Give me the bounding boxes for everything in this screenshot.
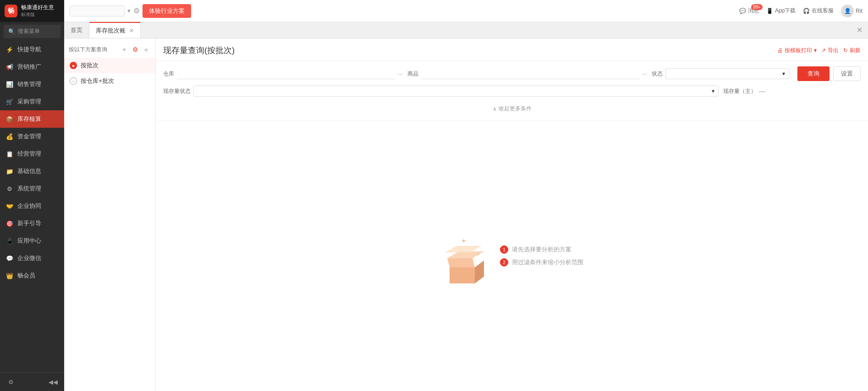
sidebar-item-label: 企业微信 [17, 254, 41, 262]
add-scheme-button[interactable]: + [120, 45, 129, 54]
quicknav-icon: ⚡ [5, 45, 14, 54]
hint1-num: 1 [500, 245, 508, 254]
left-panel-header: 按以下方案查询 + ⚙ « [64, 43, 155, 58]
scheme-item-warehouse-batch[interactable]: ○ 按仓库+批次 [64, 73, 155, 89]
search-label: 搜索菜单 [18, 27, 40, 35]
sidebar-item-label: 企业协同 [17, 202, 41, 210]
sidebar-item-inventory[interactable]: 📦 库存核算 [0, 110, 64, 128]
sidebar-item-purchase[interactable]: 🛒 采购管理 [0, 93, 64, 110]
topbar-settings-icon[interactable]: ⚙ [133, 6, 140, 15]
stock-status-dropdown-icon: ▾ [712, 88, 714, 94]
topbar-dropdown-icon[interactable]: ▾ [127, 7, 131, 14]
sidebar-item-appcenter[interactable]: 📱 应用中心 [0, 232, 64, 250]
query-button[interactable]: 查询 [797, 66, 830, 81]
product-input[interactable] [421, 69, 640, 79]
stock-status-label: 现存量状态 [163, 87, 191, 95]
svg-marker-3 [447, 258, 475, 267]
print-label: 按模板打印 [785, 47, 812, 54]
hint1-text: 请先选择要分析的方案 [512, 245, 571, 254]
trial-button[interactable]: 体验行业方案 [143, 4, 191, 18]
right-panel: 现存量查询(按批次) 🖨 按模板打印 ▾ ↗ 导出 ↻ 刷新 [156, 38, 868, 391]
print-icon: 🖨 [777, 47, 783, 54]
scheme-dot-inactive: ○ [70, 77, 77, 85]
setting-button[interactable]: 设置 [833, 66, 861, 81]
collab-icon: 🤝 [5, 202, 14, 210]
empty-state: ✦ ✦ 1 请先选择要分析的方案 2 用过滤条件来缩小分析范围 [156, 120, 868, 391]
empty-text-area: 1 请先选择要分析的方案 2 用过滤条件来缩小分析范围 [500, 245, 583, 266]
sidebar-item-newguide[interactable]: 🎯 新手引导 [0, 215, 64, 232]
content-area: 按以下方案查询 + ⚙ « ● 按批次 ○ 按仓库+批次 现存量查询(按批次) [64, 38, 868, 391]
topbar: ▾ ⚙ 体验行业方案 💬 消息 99+ 📱 App下载 🎧 在线客服 👤 [64, 0, 868, 22]
finance-icon: 💰 [5, 132, 14, 141]
sidebar-item-label: 库存核算 [17, 115, 41, 123]
stock-status-select[interactable]: ▾ [193, 86, 719, 97]
sidebar-item-collab[interactable]: 🤝 企业协同 [0, 197, 64, 215]
sidebar-nav: ⚡ 快捷导航 📢 营销推广 📊 销售管理 🛒 采购管理 📦 库存核算 💰 资金管… [0, 41, 64, 372]
topbar-search-input[interactable] [70, 5, 125, 16]
sidebar-settings-icon[interactable]: ⚙ [5, 376, 16, 387]
vip-icon: 👑 [5, 272, 14, 280]
app-download-label: App下载 [775, 7, 796, 15]
sidebar-item-finance[interactable]: 💰 资金管理 [0, 128, 64, 145]
sidebar-item-vip[interactable]: 👑 畅会员 [0, 267, 64, 284]
page-header-actions: 🖨 按模板打印 ▾ ↗ 导出 ↻ 刷新 [777, 47, 861, 54]
empty-hint-1: 1 请先选择要分析的方案 [500, 245, 583, 254]
warehouse-filter: 仓库 ··· [163, 69, 403, 79]
warehouse-input[interactable] [177, 69, 396, 79]
refresh-icon: ↻ [843, 47, 848, 54]
download-icon: 📱 [766, 8, 773, 14]
collapse-icon: ∧ [493, 106, 497, 112]
sidebar-item-wechat[interactable]: 💬 企业微信 [0, 250, 64, 267]
wechat-icon: 💬 [5, 254, 14, 262]
sidebar-item-marketing[interactable]: 📢 营销推广 [0, 58, 64, 76]
system-icon: ⚙ [5, 185, 14, 193]
sidebar-item-label: 基础信息 [17, 167, 41, 175]
product-label: 商品 [407, 70, 418, 78]
tab-inventory-batch[interactable]: 库存批次账 ✕ [89, 22, 141, 38]
app-download-button[interactable]: 📱 App下载 [766, 7, 796, 15]
app-subtitle: 标准版 [21, 11, 54, 18]
sidebar-search[interactable]: 🔍 搜索菜单 [4, 25, 60, 38]
hint2-text: 用过滤条件来缩小分析范围 [512, 258, 583, 266]
stock-qty-filter: 现存量（主） — [723, 87, 861, 95]
scheme-item-batch[interactable]: ● 按批次 [64, 58, 155, 73]
svg-marker-1 [475, 261, 484, 283]
scheme-settings-button[interactable]: ⚙ [131, 45, 140, 54]
sidebar-item-basic[interactable]: 📁 基础信息 [0, 163, 64, 180]
newguide-icon: 🎯 [5, 219, 14, 228]
print-button[interactable]: 🖨 按模板打印 ▾ [777, 47, 817, 54]
export-button[interactable]: ↗ 导出 [821, 47, 839, 54]
tab-panel-close-icon[interactable]: ✕ [851, 26, 868, 34]
sidebar-item-sales[interactable]: 📊 销售管理 [0, 76, 64, 93]
message-icon: 💬 [739, 8, 746, 14]
status-select[interactable]: ▾ [665, 68, 789, 79]
tab-close-icon[interactable]: ✕ [129, 27, 134, 34]
search-icon: 🔍 [8, 28, 15, 35]
sidebar-collapse-icon[interactable]: ◀◀ [48, 376, 59, 387]
tab-home[interactable]: 首页 [64, 22, 89, 38]
sidebar-item-operations[interactable]: 📋 经营管理 [0, 145, 64, 163]
refresh-button[interactable]: ↻ 刷新 [843, 47, 861, 54]
basic-icon: 📁 [5, 167, 14, 175]
left-panel-actions: + ⚙ « [120, 45, 151, 54]
stock-qty-dash: — [759, 87, 765, 95]
collapse-left-panel-button[interactable]: « [142, 45, 151, 54]
sidebar-item-system[interactable]: ⚙ 系统管理 [0, 180, 64, 197]
sidebar: 畅 畅康通好生意 标准版 🔍 搜索菜单 ⚡ 快捷导航 📢 营销推广 📊 销售管理… [0, 0, 64, 391]
sidebar-item-label: 应用中心 [17, 237, 41, 245]
sidebar-item-quicknav[interactable]: ⚡ 快捷导航 [0, 41, 64, 58]
product-dots[interactable]: ··· [642, 70, 647, 77]
sidebar-header: 畅 畅康通好生意 标准版 [0, 0, 64, 22]
filter-area: 仓库 ··· 商品 ··· 状态 ▾ [156, 61, 868, 120]
svg-marker-0 [450, 267, 475, 283]
warehouse-dots[interactable]: ··· [397, 70, 403, 77]
online-service-button[interactable]: 🎧 在线客服 [803, 7, 834, 15]
app-info: 畅康通好生意 标准版 [21, 4, 54, 18]
left-panel: 按以下方案查询 + ⚙ « ● 按批次 ○ 按仓库+批次 [64, 38, 156, 391]
empty-svg: ✦ ✦ [440, 233, 491, 283]
empty-hint-2: 2 用过滤条件来缩小分析范围 [500, 258, 583, 266]
refresh-label: 刷新 [850, 47, 861, 54]
collapse-more-button[interactable]: ∧ 收起更多条件 [163, 101, 861, 114]
user-menu[interactable]: 👤 Rit [841, 5, 863, 17]
message-button[interactable]: 💬 消息 99+ [739, 7, 759, 15]
